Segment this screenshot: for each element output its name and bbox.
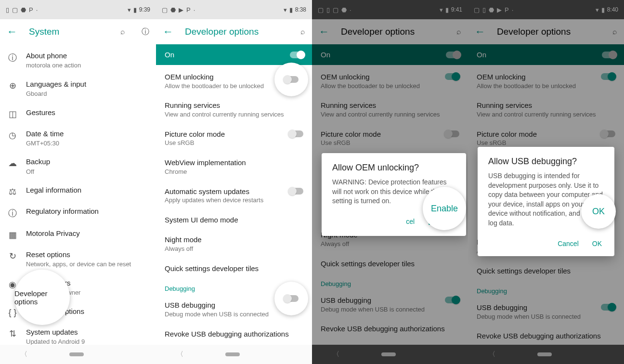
dot-icon: ·: [36, 6, 38, 13]
master-toggle[interactable]: [602, 52, 615, 58]
nav-back-icon[interactable]: 〈: [489, 350, 495, 359]
row-sub: Debug mode when USB is connected: [165, 311, 283, 319]
oem-toggle: [445, 73, 459, 80]
master-toggle-bar[interactable]: On: [312, 44, 468, 65]
master-toggle-bar[interactable]: On: [156, 44, 312, 65]
item-languages[interactable]: ⊕Languages & inputGboard: [0, 75, 156, 103]
pane-devopts: ▢⬣▶P· ▾▮8:38 ← Developer options ⌕ On OE…: [156, 0, 312, 364]
item-legal[interactable]: ⚖Legal information: [0, 181, 156, 202]
item-gestures[interactable]: ◫Gestures: [0, 103, 156, 124]
search-icon[interactable]: ⌕: [612, 27, 617, 36]
battery-icon: ▮: [445, 6, 449, 13]
statusbar: ▢▯⬣▶P· ▾▮8:40: [468, 0, 624, 19]
row-title: WebView implementation: [165, 158, 303, 168]
card-icon: ▢: [162, 6, 168, 13]
row-sub: motorola one action: [26, 61, 147, 70]
cancel-button[interactable]: cel: [404, 214, 416, 231]
item-qstiles[interactable]: Quick settings developer tiles: [156, 259, 312, 279]
item-backup[interactable]: ☁BackupOff: [0, 152, 156, 181]
card-icon: ▯: [326, 6, 330, 13]
reset-icon: ↻: [7, 250, 18, 261]
nav-back-icon[interactable]: 〈: [21, 350, 27, 359]
search-icon[interactable]: ⌕: [456, 27, 461, 36]
battery-icon: ▮: [133, 6, 137, 13]
p-icon: P: [29, 6, 33, 13]
nav-home[interactable]: [69, 352, 84, 356]
shield-icon: ⬣: [489, 6, 494, 13]
search-icon[interactable]: ⌕: [120, 27, 125, 36]
clock: 9:41: [451, 6, 462, 13]
row-sub: Use sRGB: [165, 139, 283, 147]
wifi-icon: ▾: [284, 6, 287, 13]
row-sub: View and control currently running servi…: [321, 111, 459, 119]
appbar-title: System: [29, 26, 109, 37]
row-sub: Use sRGB: [477, 139, 595, 147]
color-toggle: [445, 130, 459, 137]
row-sub: Use sRGB: [321, 139, 439, 147]
row-sub: View and control currently running servi…: [165, 111, 303, 119]
color-toggle[interactable]: [289, 130, 303, 137]
appbar: ← Developer options ⌕: [312, 19, 468, 44]
item-webview[interactable]: WebView implementationChrome: [156, 153, 312, 181]
row-title: OEM unlocking: [321, 72, 439, 82]
row-title: Running services: [165, 101, 303, 110]
row-title: Revoke USB debugging authorizations: [165, 329, 303, 339]
grid-icon: ▦: [7, 229, 18, 240]
dot-icon: ·: [194, 6, 195, 13]
pane-usb-dialog: ▢▯⬣▶P· ▾▮8:40 ← Developer options ⌕ On O…: [468, 0, 624, 364]
item-running[interactable]: Running servicesView and control current…: [156, 95, 312, 124]
master-toggle-bar[interactable]: On: [468, 44, 624, 65]
item-autoupdate[interactable]: Automatic system updatesApply updates wh…: [156, 182, 312, 210]
master-toggle[interactable]: [446, 52, 459, 58]
item-regulatory[interactable]: ⓘRegulatory information: [0, 202, 156, 224]
autoupdate-toggle[interactable]: [289, 188, 303, 195]
shield-icon: ⬣: [170, 6, 176, 13]
statusbar: ▢⬣▶P· ▾▮8:38: [156, 0, 312, 19]
item-about[interactable]: ⓘAbout phonemotorola one action: [0, 46, 156, 75]
item-revoke[interactable]: Revoke USB debugging authorizations: [156, 324, 312, 344]
pane-oem-dialog: ▢▯▢⬣· ▾▮9:41 ← Developer options ⌕ On OE…: [312, 0, 468, 364]
info-icon: ⓘ: [7, 51, 18, 64]
row-title: Regulatory information: [26, 207, 147, 216]
dialog-title: Allow OEM unlocking?: [332, 163, 455, 173]
on-label: On: [165, 51, 174, 59]
navbar: 〈: [468, 345, 624, 364]
item-reset[interactable]: ↻Reset optionsNetwork, apps, or device c…: [0, 245, 156, 273]
nav-back-icon[interactable]: 〈: [333, 350, 339, 359]
card-icon: ▢: [12, 6, 18, 13]
cancel-button[interactable]: Cancel: [556, 236, 581, 251]
back-icon[interactable]: ←: [319, 26, 329, 38]
item-datetime[interactable]: ◷Date & timeGMT+05:30: [0, 124, 156, 153]
dot-icon: ·: [350, 6, 351, 13]
back-icon[interactable]: ←: [7, 26, 17, 38]
nav-home[interactable]: [537, 352, 552, 356]
row-title: Reset options: [26, 250, 147, 260]
row-sub: Always off: [165, 245, 303, 253]
row-title: Automatic system updates: [165, 187, 283, 196]
row-sub: GMT+05:30: [26, 139, 147, 148]
nav-home[interactable]: [381, 352, 396, 356]
shield-icon: ⬣: [341, 6, 347, 13]
row-sub: Off: [26, 168, 147, 176]
nav-back-icon[interactable]: 〈: [177, 350, 183, 359]
row-sub: Updated to Android 9: [26, 338, 147, 345]
p-icon: P: [186, 6, 191, 13]
oem-toggle: [601, 73, 615, 80]
master-toggle[interactable]: [290, 52, 303, 58]
search-icon[interactable]: ⌕: [300, 27, 305, 36]
help-icon[interactable]: ⓘ: [142, 27, 149, 37]
wifi-icon: ▾: [596, 6, 599, 13]
row-title: Night mode: [165, 235, 303, 245]
item-updates[interactable]: ⇅System updatesUpdated to Android 9: [0, 323, 156, 345]
card2-icon: ▢: [333, 6, 338, 13]
nav-home[interactable]: [225, 352, 240, 356]
ok-button[interactable]: OK: [590, 236, 604, 251]
item-night[interactable]: Night modeAlways off: [156, 230, 312, 258]
play-icon: ▶: [497, 6, 502, 13]
back-icon[interactable]: ←: [475, 26, 485, 38]
item-privacy[interactable]: ▦Motorola Privacy: [0, 224, 156, 245]
item-color[interactable]: Picture color modeUse sRGB: [156, 124, 312, 153]
item-demomode[interactable]: System UI demo mode: [156, 210, 312, 230]
highlight-ok: OK: [581, 194, 616, 229]
back-icon[interactable]: ←: [163, 26, 173, 38]
